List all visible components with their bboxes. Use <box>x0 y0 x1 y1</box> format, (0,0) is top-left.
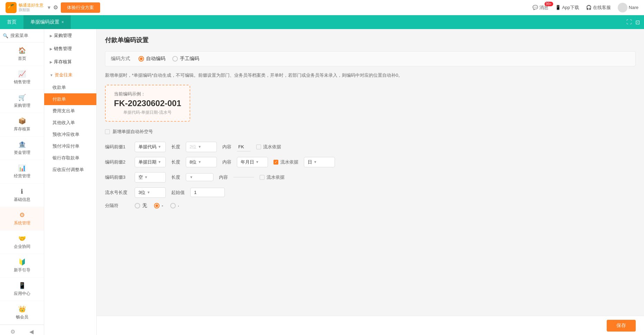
main-layout: 🔍 搜索菜单 🏠 首页 📈 销售管理 🛒 采购管理 📦 库存核算 🏦 资金管理 … <box>0 29 644 335</box>
sec-item-prepaid-payable[interactable]: 预付冲应付单 <box>44 140 96 152</box>
sidebar-item-apps[interactable]: 📱 应用中心 <box>0 278 44 301</box>
sidebar-item-member[interactable]: 👑 畅会员 <box>0 301 44 325</box>
sidebar-secondary: ▶ 采购管理 ▶ 销售管理 ▶ 库存核算 ▼ 资金往来 收款单 付款单 费用支出… <box>44 29 97 335</box>
separator-dot[interactable]: · <box>170 203 179 208</box>
sidebar-collapse-icon[interactable]: ◀ <box>29 328 33 335</box>
sidebar-item-finance[interactable]: 🏦 资金管理 <box>0 137 44 160</box>
prefix3-length-select[interactable]: ▼ <box>186 173 213 181</box>
separator-dash[interactable]: - <box>154 203 163 208</box>
top-bar-nav: ▾ ⚙ 体验行业方案 <box>48 2 100 13</box>
prefix2-granularity-select[interactable]: 日 ▼ <box>304 157 335 167</box>
save-button[interactable]: 保存 <box>607 320 636 332</box>
prefix3-select[interactable]: 空 ▼ <box>135 172 166 183</box>
bottom-bar: 保存 <box>97 316 644 335</box>
prefix1-length-value: 2位 <box>190 144 196 150</box>
tab-home[interactable]: 首页 <box>0 15 23 29</box>
nav-dropdown[interactable]: ▾ <box>48 4 50 11</box>
user-profile[interactable]: Nare <box>618 3 638 12</box>
prefix2-granularity-caret: ▼ <box>314 160 317 164</box>
operations-icon: 📊 <box>18 164 26 172</box>
tab-serial-settings[interactable]: 单据编码设置 × <box>23 15 71 29</box>
tab-fullscreen-icon[interactable]: ⊡ <box>635 19 640 26</box>
search-menu[interactable]: 🔍 搜索菜单 <box>0 29 44 43</box>
sec-group-sales-arrow: ▶ <box>50 47 52 51</box>
sec-item-bank-deposit[interactable]: 银行存取款单 <box>44 152 96 164</box>
sec-group-capital-label: 资金往来 <box>55 72 73 78</box>
tab-serial-settings-label: 单据编码设置 <box>30 19 59 25</box>
sidebar-bottom: ⚙ ◀ <box>0 325 44 335</box>
radio-auto-encode[interactable]: 自动编码 <box>138 56 165 62</box>
auto-fill-label: 新增单据自动补空号 <box>113 129 153 135</box>
sidebar-item-guide[interactable]: 🔰 新手引导 <box>0 254 44 278</box>
sec-item-expense[interactable]: 费用支出单 <box>44 105 96 117</box>
sidebar-item-home[interactable]: 🏠 首页 <box>0 43 44 66</box>
prefix3-label: 编码前缀3 <box>105 174 129 180</box>
app-download-button[interactable]: 📱 App下载 <box>555 4 579 11</box>
sidebar-item-purchase[interactable]: 🛒 采购管理 <box>0 90 44 113</box>
sidebar-item-finance-label: 资金管理 <box>14 150 30 156</box>
hint-text: 新增单据时，*单据编码*自动生成，不可编辑。前缀设置为部门、业务员等档案类，开单… <box>105 72 636 79</box>
top-bar: 🍊 畅通道好生意 旗舰版 ▾ ⚙ 体验行业方案 💬 消息 99+ 📱 App下载… <box>0 0 644 15</box>
auto-fill-checkbox[interactable] <box>105 129 110 134</box>
sec-item-prepaid-receivable[interactable]: 预收冲应收单 <box>44 129 96 140</box>
message-button[interactable]: 💬 消息 99+ <box>532 4 548 11</box>
content-main: 付款单编码设置 编码方式 自动编码 手工编码 新增单据时，*单据编码*自动生成，… <box>97 29 644 316</box>
prefix2-serial[interactable]: ✓ 流水依据 <box>273 159 298 165</box>
tab-close-icon[interactable]: × <box>61 20 64 25</box>
sidebar-item-operations[interactable]: 📊 经营管理 <box>0 160 44 184</box>
sec-item-payment[interactable]: 付款单 <box>44 93 96 105</box>
prefix1-select[interactable]: 单据代码 ▼ <box>135 142 166 152</box>
sidebar-item-sales[interactable]: 📈 销售管理 <box>0 66 44 90</box>
encode-method-section: 编码方式 自动编码 手工编码 <box>105 51 636 66</box>
sec-group-purchase[interactable]: ▶ 采购管理 <box>44 29 96 42</box>
prefix3-serial[interactable]: 流水依据 <box>260 174 285 180</box>
serial-row: 流水号长度 3位 ▼ 起始值 <box>105 187 636 198</box>
prefix1-row: 编码前缀1 单据代码 ▼ 长度 2位 ▼ 内容 FK 流水依据 <box>105 142 636 152</box>
separator-none[interactable]: 无 <box>135 203 147 209</box>
content-area: 付款单编码设置 编码方式 自动编码 手工编码 新增单据时，*单据编码*自动生成，… <box>97 29 644 335</box>
sec-item-other-income[interactable]: 其他收入单 <box>44 117 96 129</box>
sidebar-item-system[interactable]: ⚙ 系统管理 <box>0 207 44 231</box>
prefix3-value: 空 <box>138 174 143 180</box>
prefix2-select[interactable]: 单据日期 ▼ <box>135 157 166 167</box>
tab-expand-icon[interactable]: ⛶ <box>626 19 632 25</box>
manual-encode-label: 手工编码 <box>180 56 199 62</box>
sec-group-sales[interactable]: ▶ 销售管理 <box>44 42 96 55</box>
separator-label: 分隔符 <box>105 203 129 209</box>
prefix2-content-caret: ▼ <box>256 160 259 164</box>
sec-group-purchase-label: 采购管理 <box>54 32 72 39</box>
sales-icon: 📈 <box>18 70 26 78</box>
sidebar-item-inventory[interactable]: 📦 库存核算 <box>0 113 44 137</box>
prefix1-length-select[interactable]: 2位 ▼ <box>186 142 217 152</box>
tab-bar-right: ⛶ ⊡ <box>626 15 644 29</box>
radio-manual-encode[interactable]: 手工编码 <box>172 56 199 62</box>
sec-group-inventory[interactable]: ▶ 库存核算 <box>44 55 96 68</box>
trial-button[interactable]: 体验行业方案 <box>61 2 100 13</box>
sec-item-receipt[interactable]: 收款单 <box>44 82 96 93</box>
settings-icon[interactable]: ⚙ <box>53 4 58 11</box>
top-bar-right: 💬 消息 99+ 📱 App下载 🎧 在线客服 Nare <box>532 3 638 12</box>
prefix2-length-select[interactable]: 8位 ▼ <box>186 157 217 167</box>
sec-group-capital-title[interactable]: ▼ 资金往来 <box>44 68 96 82</box>
sidebar-item-basic[interactable]: ℹ 基础信息 <box>0 184 44 207</box>
sidebar-item-enterprise[interactable]: 🤝 企业协同 <box>0 231 44 254</box>
radio-auto-icon <box>138 56 144 62</box>
sidebar-item-inventory-label: 库存核算 <box>14 126 30 132</box>
sec-group-inventory-label: 库存核算 <box>54 59 72 65</box>
sidebar-item-operations-label: 经营管理 <box>14 173 30 179</box>
serial-length-select[interactable]: 3位 ▼ <box>135 187 166 198</box>
separator-row: 分隔符 无 - · <box>105 203 636 209</box>
prefix1-content-value: FK <box>237 142 251 151</box>
prefix2-content-select[interactable]: 年月日 ▼ <box>237 157 268 167</box>
sec-group-inventory-arrow: ▶ <box>50 60 52 64</box>
prefix1-value: 单据代码 <box>138 144 156 150</box>
prefix2-serial-checkbox[interactable]: ✓ <box>273 160 278 165</box>
online-service-button[interactable]: 🎧 在线客服 <box>586 4 611 11</box>
sidebar-settings-icon[interactable]: ⚙ <box>10 328 15 335</box>
sec-item-payable-adjust[interactable]: 应收应付调整单 <box>44 164 96 176</box>
prefix3-serial-checkbox[interactable] <box>260 175 265 180</box>
start-value-input[interactable] <box>190 188 225 197</box>
prefix1-serial-checkbox[interactable] <box>256 145 261 149</box>
prefix1-serial[interactable]: 流水依据 <box>256 144 281 150</box>
prefix3-content-label: 内容 <box>219 174 228 180</box>
